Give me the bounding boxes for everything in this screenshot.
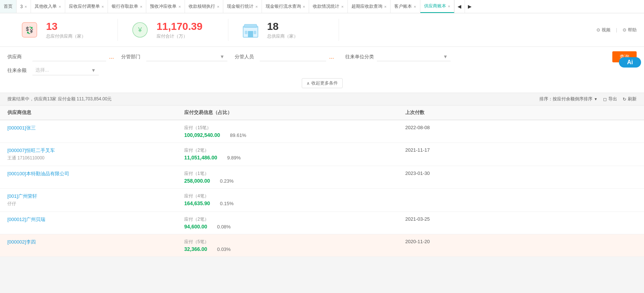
nav-cash-bank-flow-label: 现金银行流水查询: [266, 3, 301, 10]
nav-prepay-ar-close[interactable]: ×: [178, 4, 181, 9]
ai-badge[interactable]: Ai: [619, 57, 641, 68]
video-label: 视频: [602, 27, 610, 33]
balance-placeholder: 选择...: [35, 67, 49, 73]
video-icon: ⊙: [596, 27, 600, 32]
table-row: [000001]张三 应付（15笔） 100,092,540.00 89.61%…: [0, 120, 644, 143]
filter-row-1: 供应商 ... 分管部门 ▼ 分管人员 ... 往来单位分类 ▼ 查询: [7, 51, 637, 62]
nav-bank-deposit-close[interactable]: ×: [140, 4, 142, 9]
nav-receipt-verify[interactable]: 收款核销执行 ×: [185, 0, 223, 13]
summary-card-ap-suppliers: 💱 13 总应付供应商（家）: [7, 19, 118, 41]
table-row: [000002]李四 应付（5笔） 32,366.00 0.03% 2020-1…: [0, 234, 644, 257]
supplier-link-5[interactable]: [000002]李四: [7, 239, 36, 245]
nav-ar-ap-adjust[interactable]: 应收应付调整单 ×: [65, 0, 108, 13]
person-input[interactable]: [260, 52, 326, 61]
nav-home[interactable]: 首页: [0, 0, 17, 13]
trans-amount-5[interactable]: 32,366.00: [184, 246, 207, 252]
supplier-cell-5: [000002]李四: [7, 239, 184, 245]
nav-overdue-ar-label: 超期应收款查询: [351, 3, 382, 10]
nav-receipt-stat-close[interactable]: ×: [341, 4, 343, 9]
table-header: 供应商信息 应付交易信息（占比） 上次付数: [0, 106, 644, 120]
export-button[interactable]: ◻ 导出: [603, 96, 617, 102]
supplier-link-1[interactable]: [000007]恒旺二手叉车: [7, 148, 55, 153]
trans-label-1: 应付（2笔）: [184, 147, 405, 154]
trans-amount-3[interactable]: 164,635.90: [184, 200, 210, 206]
nav-overdue-ar[interactable]: 超期应收款查询 ×: [348, 0, 391, 13]
lastpay-cell-4: 2021-03-25: [405, 216, 637, 222]
refresh-icon: ↻: [623, 97, 626, 102]
nav-receipt-verify-close[interactable]: ×: [217, 4, 219, 9]
video-link[interactable]: ⊙ 视频: [596, 27, 610, 33]
sort-label: 排序：按应付余额倒序排序: [539, 96, 592, 102]
nav-cash-bank-flow[interactable]: 现金银行流水查询 ×: [262, 0, 309, 13]
nav-ar-ap-adjust-close[interactable]: ×: [102, 4, 104, 9]
nav-receipt-stat[interactable]: 收款情况统计 ×: [309, 0, 347, 13]
collapse-chevron-up-icon: ∧: [307, 81, 310, 86]
nav-customer-ledger[interactable]: 客户账本 ×: [391, 0, 420, 13]
nav-supplier-ledger-label: 供应商账本: [424, 3, 446, 9]
transaction-cell-4: 应付（2笔） 94,600.00 0.08%: [184, 216, 405, 230]
transaction-cell-5: 应付（5笔） 32,366.00 0.03%: [184, 239, 405, 252]
export-label: 导出: [608, 96, 617, 102]
trans-amount-0[interactable]: 100,092,540.00: [184, 132, 220, 138]
transaction-cell-3: 应付（4笔） 164,635.90 0.15%: [184, 193, 405, 206]
help-icon: ⊙: [623, 27, 626, 32]
supplier-link-2[interactable]: [000100]本特勤油品有限公司: [7, 171, 69, 176]
person-dots[interactable]: ...: [329, 54, 334, 60]
nav-overdue-ar-close[interactable]: ×: [384, 4, 386, 9]
nav-prev[interactable]: ◀: [454, 0, 465, 13]
sort-chevron-icon: ▼: [594, 97, 598, 101]
supplier-link-4[interactable]: [000012]广州贝瑞: [7, 217, 45, 222]
trans-label-4: 应付（2笔）: [184, 216, 405, 223]
svg-rect-8: [254, 31, 256, 34]
supplier-link-0[interactable]: [000001]张三: [7, 125, 36, 131]
trans-amount-2[interactable]: 258,000.00: [184, 178, 210, 184]
nav-cash-bank-flow-close[interactable]: ×: [303, 4, 305, 9]
nav-next[interactable]: ▶: [465, 0, 475, 13]
unit-select[interactable]: ▼: [377, 52, 451, 61]
supplier-dots[interactable]: ...: [109, 54, 114, 60]
balance-select[interactable]: 选择... ▼: [32, 65, 99, 75]
nav-cash-bank-stat-label: 现金银行统计: [227, 3, 253, 10]
trans-percent-3: 0.15%: [220, 201, 234, 206]
last-pay-date-0: 2022-08-08: [405, 125, 430, 130]
summary-help: ⊙ 视频 | ⊙ 帮助 Ai: [596, 27, 637, 33]
dept-select[interactable]: ▼: [146, 52, 227, 61]
filter-area: 供应商 ... 分管部门 ▼ 分管人员 ... 往来单位分类 ▼ 查询: [0, 47, 644, 93]
nav-customer-ledger-close[interactable]: ×: [414, 4, 416, 9]
svg-text:💱: 💱: [25, 26, 34, 34]
svg-rect-6: [248, 31, 253, 37]
total-suppliers-number: 18: [267, 20, 298, 33]
person-filter-label: 分管人员: [235, 54, 257, 60]
supplier-cell-4: [000012]广州贝瑞: [7, 216, 184, 223]
export-icon: ◻: [603, 97, 607, 102]
supplier-link-3[interactable]: [001]广州荣轩: [7, 193, 37, 199]
supplier-filter-group: 供应商 ...: [7, 52, 114, 61]
refresh-button[interactable]: ↻ 刷新: [623, 96, 637, 102]
nav-other-income-close[interactable]: ×: [59, 4, 61, 9]
table-row: [001]广州荣轩 仔仔 应付（4笔） 164,635.90 0.15%: [0, 189, 644, 212]
supplier-filter-label: 供应商: [7, 54, 29, 60]
trans-amount-4[interactable]: 94,600.00: [184, 224, 207, 230]
nav-prepay-ar[interactable]: 预收冲应收单 ×: [146, 0, 185, 13]
nav-other-income[interactable]: 其他收入单 ×: [31, 0, 65, 13]
collapse-label: 收起更多条件: [311, 80, 338, 86]
nav-tab3[interactable]: 3 ×: [17, 0, 31, 13]
nav-supplier-ledger-close[interactable]: ×: [448, 4, 450, 8]
transaction-cell-0: 应付（15笔） 100,092,540.00 89.61%: [184, 125, 405, 138]
nav-tab3-close[interactable]: ×: [25, 4, 27, 9]
supplier-input[interactable]: [32, 52, 106, 61]
nav-cash-bank-stat-close[interactable]: ×: [255, 4, 258, 9]
nav-cash-bank-stat[interactable]: 现金银行统计 ×: [223, 0, 262, 13]
unit-chevron-icon: ▼: [443, 54, 448, 59]
trans-label-2: 应付（1笔）: [184, 170, 405, 177]
ap-suppliers-number: 13: [46, 20, 86, 33]
sort-select[interactable]: 排序：按应付余额倒序排序 ▼: [539, 96, 598, 102]
nav-bank-deposit[interactable]: 银行存取款单 ×: [108, 0, 146, 13]
collapse-button[interactable]: ∧ 收起更多条件: [302, 78, 343, 88]
supplier-cell-1: [000007]恒旺二手叉车 王通 17106110000: [7, 147, 184, 161]
help-link[interactable]: ⊙ 帮助: [623, 27, 637, 33]
nav-supplier-ledger[interactable]: 供应商账本 ×: [420, 0, 454, 13]
trans-label-3: 应付（4笔）: [184, 193, 405, 199]
nav-home-label: 首页: [4, 3, 13, 10]
trans-amount-1[interactable]: 11,051,486.00: [184, 155, 217, 161]
